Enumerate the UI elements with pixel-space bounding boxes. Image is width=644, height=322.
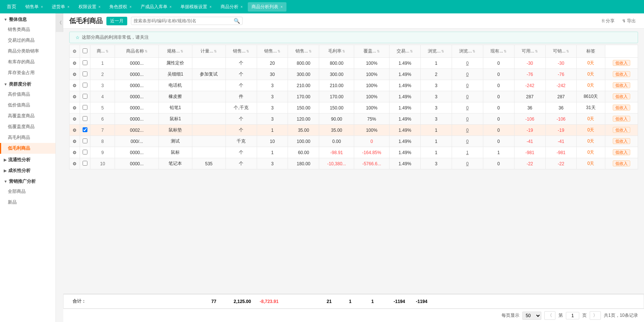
cell-settings[interactable]: ⚙: [70, 102, 80, 114]
sidebar-group-liquidity[interactable]: ▶ 流通性分析: [0, 154, 55, 165]
cell-view1[interactable]: 1: [452, 147, 483, 158]
view1-link[interactable]: 0: [466, 117, 469, 122]
search-input[interactable]: [134, 18, 234, 23]
nav-close-sales[interactable]: ×: [41, 5, 43, 9]
row-checkbox[interactable]: [83, 150, 87, 154]
cell-view1[interactable]: 0: [452, 136, 483, 147]
th-sellable[interactable]: 可销...⇅: [545, 45, 577, 58]
sidebar-item-low-coverage[interactable]: 低覆盖度商品: [0, 121, 55, 132]
cell-checkbox[interactable]: [80, 80, 90, 91]
cell-checkbox[interactable]: [80, 91, 90, 102]
sidebar-item-category-rate[interactable]: 商品分类助销率: [0, 46, 55, 57]
filter-btn[interactable]: 近一月: [106, 17, 127, 25]
nav-permission[interactable]: 权限设置 ×: [75, 2, 104, 12]
nav-purchase[interactable]: 进货单 ×: [48, 2, 73, 12]
nav-product-entry[interactable]: 产成品入库单 ×: [137, 2, 175, 12]
nav-close-product-entry[interactable]: ×: [170, 5, 172, 9]
cell-checkbox[interactable]: [80, 102, 90, 114]
view1-link[interactable]: 0: [466, 161, 469, 166]
nav-home[interactable]: 首页: [3, 2, 20, 12]
nav-close-analysis-list[interactable]: ×: [281, 5, 283, 9]
th-view2[interactable]: 浏览...⇅: [452, 45, 483, 58]
th-spec[interactable]: 规格...⇅: [159, 45, 192, 58]
sidebar-item-low-value[interactable]: 低价值商品: [0, 100, 55, 111]
page-size-select[interactable]: 50 20 100 200: [522, 312, 541, 320]
prev-page-btn[interactable]: 〈: [544, 311, 555, 320]
sidebar-item-all-goods[interactable]: 全部商品: [0, 186, 55, 197]
row-checkbox[interactable]: [83, 83, 87, 87]
cell-view1[interactable]: 0: [452, 125, 483, 136]
cell-view1[interactable]: 0: [452, 58, 483, 69]
cell-view1[interactable]: 0: [452, 158, 483, 169]
cell-settings[interactable]: ⚙: [70, 80, 80, 91]
th-settings[interactable]: ⚙: [70, 45, 80, 58]
cell-checkbox[interactable]: [80, 125, 90, 136]
th-unit[interactable]: 计量...⇅: [192, 45, 225, 58]
nav-analysis[interactable]: 商品分析 ×: [217, 2, 246, 12]
view1-link[interactable]: 0: [466, 72, 469, 77]
row-checkbox[interactable]: [83, 94, 87, 99]
cell-checkbox[interactable]: [80, 58, 90, 69]
nav-template[interactable]: 单据模板设置 ×: [177, 2, 215, 12]
cell-checkbox[interactable]: [80, 136, 90, 147]
cell-settings[interactable]: ⚙: [70, 58, 80, 69]
sidebar-group-overall[interactable]: ▼ 整体信息: [0, 13, 55, 24]
sidebar-collapse-btn[interactable]: 《: [56, 13, 63, 32]
sidebar-item-inventory-capital[interactable]: 库存资金占用: [0, 67, 55, 78]
th-checkbox[interactable]: [80, 45, 90, 58]
th-code[interactable]: 商...⇅: [90, 45, 115, 58]
sidebar-item-high-coverage[interactable]: 高覆盖度商品: [0, 111, 55, 121]
sidebar-item-sales-goods[interactable]: 销售类商品: [0, 24, 55, 35]
sidebar-group-cluster[interactable]: ▼ 类群度分析: [0, 78, 55, 89]
page-input[interactable]: [566, 312, 579, 319]
th-tag[interactable]: 标签: [577, 45, 605, 58]
th-transaction[interactable]: 交易...⇅: [389, 45, 420, 58]
share-btn[interactable]: ⎘ 分享: [600, 17, 617, 25]
th-view1[interactable]: 浏览...⇅: [420, 45, 452, 58]
th-available[interactable]: 可用...⇅: [514, 45, 545, 58]
sidebar-group-marketing[interactable]: ▼ 营销推广分析: [0, 175, 55, 186]
view1-link[interactable]: 0: [466, 83, 469, 88]
view1-link[interactable]: 0: [466, 105, 469, 111]
view1-link[interactable]: 0: [466, 94, 469, 99]
sidebar-group-growth[interactable]: ▶ 成长性分析: [0, 165, 55, 175]
nav-role[interactable]: 角色授权 ×: [106, 2, 135, 12]
cell-settings[interactable]: ⚙: [70, 136, 80, 147]
cell-view1[interactable]: 0: [452, 69, 483, 80]
nav-close-analysis[interactable]: ×: [240, 5, 243, 9]
row-checkbox[interactable]: [83, 138, 87, 143]
cell-settings[interactable]: ⚙: [70, 158, 80, 169]
cell-checkbox[interactable]: [80, 158, 90, 169]
nav-close-permission[interactable]: ×: [99, 5, 101, 9]
view1-link[interactable]: 1: [466, 150, 469, 155]
cell-settings[interactable]: ⚙: [70, 114, 80, 125]
cell-settings[interactable]: ⚙: [70, 147, 80, 158]
nav-analysis-list[interactable]: 商品分析列表 ×: [248, 2, 286, 12]
sidebar-item-traded-goods[interactable]: 交易过的商品: [0, 35, 55, 46]
next-page-btn[interactable]: 〉: [590, 311, 601, 320]
th-gross-rate[interactable]: 毛利率⇅: [319, 45, 354, 58]
cell-checkbox[interactable]: [80, 69, 90, 80]
cell-view1[interactable]: 0: [452, 114, 483, 125]
cell-settings[interactable]: ⚙: [70, 69, 80, 80]
sidebar-item-stocked-goods[interactable]: 有库存的商品: [0, 57, 55, 67]
nav-close-purchase[interactable]: ×: [67, 5, 70, 9]
row-checkbox[interactable]: [83, 105, 87, 110]
cell-settings[interactable]: ⚙: [70, 125, 80, 136]
cell-settings[interactable]: ⚙: [70, 91, 80, 102]
th-name[interactable]: 商品名称⇅: [115, 45, 159, 58]
row-checkbox[interactable]: [83, 116, 87, 121]
view1-link[interactable]: 0: [466, 128, 469, 133]
sidebar-item-low-margin[interactable]: 低毛利商品: [0, 143, 55, 154]
th-current[interactable]: 现有...⇅: [483, 45, 514, 58]
cell-view1[interactable]: 0: [452, 91, 483, 102]
search-box[interactable]: 🔍: [131, 17, 243, 25]
sidebar-item-new-goods[interactable]: 新品: [0, 197, 55, 208]
th-coverage[interactable]: 覆盖...⇅: [354, 45, 390, 58]
cell-view1[interactable]: 0: [452, 102, 483, 114]
cell-checkbox[interactable]: [80, 147, 90, 158]
sidebar-item-high-margin[interactable]: 高毛利商品: [0, 132, 55, 143]
view1-link[interactable]: 0: [466, 61, 469, 66]
sidebar-item-high-value[interactable]: 高价值商品: [0, 89, 55, 100]
row-checkbox[interactable]: [83, 127, 87, 132]
